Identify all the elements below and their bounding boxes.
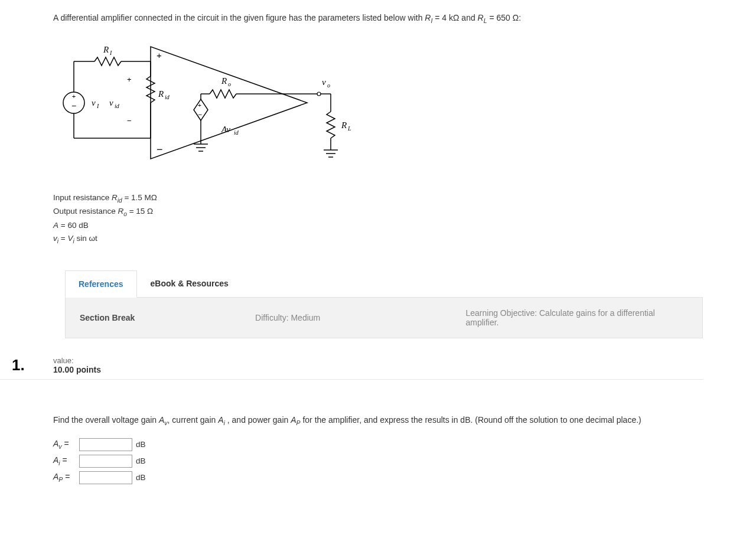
points-label: 10.00 points bbox=[53, 365, 101, 374]
svg-text:v: v bbox=[109, 98, 113, 107]
question-prompt: Find the overall voltage gain Av, curren… bbox=[53, 415, 703, 426]
param-a: A = 60 dB bbox=[53, 219, 703, 232]
svg-text:+: + bbox=[127, 75, 132, 84]
answer-row-av: Av = dB bbox=[53, 438, 703, 451]
svg-text:I: I bbox=[96, 103, 99, 109]
intro-text: A differential amplifier connected in th… bbox=[53, 13, 425, 22]
svg-text:v: v bbox=[322, 77, 326, 87]
tab-references-label: References bbox=[79, 279, 123, 289]
answer-row-ap: AP = dB bbox=[53, 471, 703, 484]
av-unit: dB bbox=[136, 440, 146, 449]
ai-unit: dB bbox=[136, 456, 146, 465]
svg-text:v: v bbox=[92, 98, 96, 107]
svg-text:o: o bbox=[327, 82, 330, 89]
value-label: value: bbox=[53, 356, 74, 365]
av-input[interactable] bbox=[79, 438, 132, 451]
svg-text:−: − bbox=[157, 143, 163, 155]
svg-text:id: id bbox=[234, 129, 239, 136]
ap-input[interactable] bbox=[79, 471, 132, 484]
svg-text:id: id bbox=[115, 103, 120, 109]
ri-symbol: R bbox=[425, 13, 431, 22]
svg-text:R: R bbox=[341, 120, 347, 130]
svg-text:−: − bbox=[198, 110, 202, 119]
ri-value: = 4 kΩ and bbox=[432, 13, 477, 22]
svg-text:o: o bbox=[228, 81, 231, 87]
answer-rows: Av = dB Ai = dB AP = dB bbox=[53, 438, 703, 484]
svg-point-36 bbox=[317, 92, 321, 96]
difficulty-label: Difficulty: Medium bbox=[255, 313, 465, 322]
learning-objective-label: Learning Objective: Calculate gains for … bbox=[465, 308, 688, 327]
svg-text:+: + bbox=[157, 50, 162, 60]
section-break-label: Section Break bbox=[80, 313, 255, 322]
rl-symbol: R bbox=[478, 13, 484, 22]
tab-references[interactable]: References bbox=[65, 270, 137, 298]
svg-text:−: − bbox=[71, 101, 76, 110]
av-label: Av = bbox=[53, 439, 79, 450]
svg-text:−: − bbox=[127, 116, 132, 125]
ai-label: Ai = bbox=[53, 455, 79, 467]
svg-text:Av: Av bbox=[221, 125, 230, 134]
svg-text:I: I bbox=[109, 50, 112, 56]
tab-ebook[interactable]: eBook & Resources bbox=[137, 270, 242, 297]
svg-text:L: L bbox=[347, 125, 351, 132]
question-body: Find the overall voltage gain Av, curren… bbox=[53, 415, 703, 484]
circuit-diagram: + − v I R I + v id − R id bbox=[59, 38, 703, 180]
svg-text:id: id bbox=[165, 94, 170, 100]
svg-text:R: R bbox=[221, 76, 227, 86]
question-header: 1. value: 10.00 points bbox=[0, 338, 703, 380]
svg-text:+: + bbox=[72, 93, 76, 100]
param-rid: Input resistance Rid = 1.5 MΩ bbox=[53, 191, 703, 206]
svg-text:R: R bbox=[103, 45, 109, 54]
rl-value: = 650 Ω: bbox=[487, 13, 522, 22]
info-bar: Section Break Difficulty: Medium Learnin… bbox=[65, 298, 703, 338]
svg-text:+: + bbox=[198, 102, 201, 109]
question-value: value: 10.00 points bbox=[53, 356, 101, 374]
question-number: 1. bbox=[12, 356, 53, 374]
ai-input[interactable] bbox=[79, 455, 132, 468]
svg-text:R: R bbox=[158, 89, 164, 99]
ap-label: AP = bbox=[53, 472, 79, 483]
param-vi: vi = Vi sin ωt bbox=[53, 232, 703, 246]
tabs: References eBook & Resources bbox=[65, 270, 703, 298]
ap-unit: dB bbox=[136, 473, 146, 482]
param-ro: Output resistance Ro = 15 Ω bbox=[53, 205, 703, 219]
parameters-list: Input resistance Rid = 1.5 MΩ Output res… bbox=[53, 191, 703, 246]
problem-intro: A differential amplifier connected in th… bbox=[53, 12, 703, 26]
tab-ebook-label: eBook & Resources bbox=[151, 279, 229, 288]
answer-row-ai: Ai = dB bbox=[53, 455, 703, 468]
